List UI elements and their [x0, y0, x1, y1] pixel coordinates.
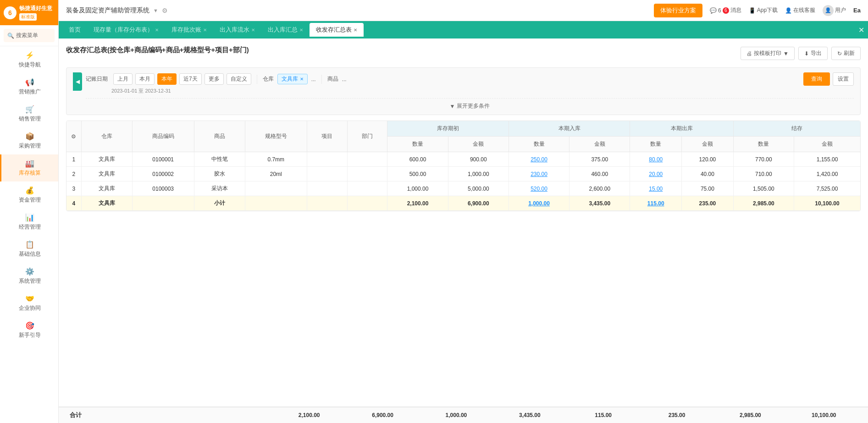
cell-in-qty[interactable]: 230.00 — [509, 167, 569, 181]
cell-spec: 20ml — [245, 167, 307, 181]
user-label-ea: Ea — [853, 7, 861, 14]
cell-project — [307, 196, 347, 211]
print-template-btn[interactable]: 🖨 按模板打印 ▼ — [741, 47, 795, 60]
enterprise-icon: 🤝 — [25, 294, 34, 303]
app-download-area[interactable]: 📱 App下载 — [749, 6, 778, 14]
date-btn-more[interactable]: 更多 — [205, 73, 224, 85]
app-logo: 6 畅捷通好生意 标准版 — [0, 0, 58, 25]
tab-batch-ledger[interactable]: 库存批次账 ✕ — [165, 23, 213, 37]
app-download-label: App下载 — [757, 6, 778, 14]
sidebar-item-inventory[interactable]: 🏭 库存核算 — [0, 154, 58, 181]
notifications-area[interactable]: 💬 6 6 消息 — [710, 6, 741, 14]
tab-inout-flow[interactable]: 出入库流水 ✕ — [213, 23, 261, 37]
user-area[interactable]: 👤 用户 — [823, 5, 846, 16]
marketing-icon: 📢 — [25, 78, 34, 87]
cell-out-qty[interactable]: 20.00 — [630, 167, 682, 181]
footer-out-amt: 235.00 — [640, 412, 713, 418]
finance-icon: 💰 — [25, 186, 34, 195]
experience-btn[interactable]: 体验行业方案 — [654, 4, 702, 17]
cell-out-qty[interactable]: 80.00 — [630, 152, 682, 167]
date-btn-this-year[interactable]: 本年 — [157, 73, 177, 85]
tab-home[interactable]: 首页 — [62, 23, 87, 37]
sidebar-item-operations[interactable]: 📊 经营管理 — [0, 209, 58, 236]
cell-spec — [245, 196, 307, 211]
th-dept: 部门 — [347, 121, 387, 152]
search-menu-button[interactable]: 🔍 搜索菜单 — [4, 29, 55, 42]
filter-divider-2 — [321, 75, 322, 84]
sidebar-item-enterprise[interactable]: 🤝 企业协同 — [0, 290, 58, 317]
sidebar-item-label: 销售管理 — [19, 115, 41, 123]
online-service-area[interactable]: 👤 在线客服 — [785, 6, 815, 14]
tab-stock-dist-label: 现存量（库存分布表） — [94, 26, 153, 34]
tab-stock-dist-close[interactable]: ✕ — [155, 27, 159, 33]
cell-in-qty[interactable]: 1,000.00 — [509, 196, 569, 211]
query-btn[interactable]: 查询 — [803, 72, 830, 86]
warehouse-label: 仓库 — [263, 75, 274, 83]
filter-settings-btn[interactable]: 设置 — [833, 72, 854, 86]
filter-collapse-btn[interactable]: ◀ — [73, 72, 82, 91]
system-title-area: 装备及固定资产辅助管理系统 ▼ ⚙ — [66, 6, 647, 15]
th-spec: 规格型号 — [245, 121, 307, 152]
inventory-icon: 🏭 — [25, 159, 34, 168]
sidebar-item-base-info[interactable]: 📋 基础信息 — [0, 236, 58, 263]
sidebar-item-quick-nav[interactable]: ⚡ 快捷导航 — [0, 46, 58, 73]
notifications-badge: 6 — [723, 7, 729, 14]
cell-in-qty[interactable]: 250.00 — [509, 152, 569, 167]
tabs-close-all[interactable]: ✕ — [858, 26, 864, 34]
sidebar-item-sales[interactable]: 🛒 销售管理 — [0, 100, 58, 127]
sidebar-item-finance[interactable]: 💰 资金管理 — [0, 181, 58, 209]
warehouse-tag-close-icon[interactable]: ✕ — [300, 77, 304, 82]
cell-out-qty[interactable]: 15.00 — [630, 181, 682, 196]
cell-balance-amt: 1,420.00 — [794, 167, 861, 181]
cell-code: 0100003 — [132, 181, 194, 196]
tab-batch-ledger-close[interactable]: ✕ — [203, 27, 207, 33]
warehouse-tag[interactable]: 文具库 ✕ — [277, 74, 308, 84]
sidebar-item-label: 企业协同 — [19, 304, 41, 312]
refresh-btn[interactable]: ↻ 刷新 — [831, 47, 861, 60]
table-settings-icon[interactable]: ⚙ — [71, 133, 76, 140]
th-settings[interactable]: ⚙ — [66, 121, 81, 152]
expand-more-btn[interactable]: ▼ 展开更多条件 — [86, 98, 854, 110]
date-btn-custom[interactable]: 自定义 — [227, 73, 251, 85]
th-balance-amt: 金额 — [794, 137, 861, 152]
sidebar-item-purchase[interactable]: 📦 采购管理 — [0, 127, 58, 154]
cell-balance-amt: 7,525.00 — [794, 181, 861, 196]
cell-balance-qty: 1,505.00 — [733, 181, 794, 196]
tab-stock-dist[interactable]: 现存量（库存分布表） ✕ — [87, 23, 165, 37]
th-in-amt: 金额 — [569, 137, 630, 152]
expand-chevron-icon: ▼ — [450, 103, 455, 110]
cell-in-amt: 2,600.00 — [569, 181, 630, 196]
date-label: 记账日期 — [86, 75, 108, 83]
footer-total-label: 合计 — [70, 411, 82, 419]
sidebar-item-guide[interactable]: 🎯 新手引导 — [0, 317, 58, 344]
th-code: 商品编码 — [132, 121, 194, 152]
export-label: 导出 — [811, 49, 822, 57]
tab-inout-flow-close[interactable]: ✕ — [251, 27, 255, 33]
search-icon: 🔍 — [7, 33, 14, 39]
date-btn-this-month[interactable]: 本月 — [135, 73, 155, 85]
export-btn[interactable]: ⬇ 导出 — [798, 47, 828, 60]
tab-inout-summary[interactable]: 出入库汇总 ✕ — [261, 23, 310, 37]
tab-recv-send-close[interactable]: ✕ — [354, 27, 357, 33]
cell-in-qty[interactable]: 520.00 — [509, 181, 569, 196]
cell-spec — [245, 181, 307, 196]
goods-more[interactable]: ... — [342, 76, 347, 82]
sidebar-item-label: 经营管理 — [19, 223, 41, 231]
page-content: 收发存汇总表(按仓库+商品编码+商品+规格型号+项目+部门) 🖨 按模板打印 ▼… — [59, 38, 868, 407]
sidebar-item-system[interactable]: ⚙️ 系统管理 — [0, 263, 58, 290]
cell-out-amt: 40.00 — [682, 167, 734, 181]
footer-label-area: 合计 — [66, 411, 272, 419]
tab-inout-summary-close[interactable]: ✕ — [299, 27, 303, 33]
print-icon: 🖨 — [746, 50, 752, 57]
cell-out-qty[interactable]: 115.00 — [630, 196, 682, 211]
date-btn-last-month[interactable]: 上月 — [113, 73, 133, 85]
settings-gear-icon[interactable]: ⚙ — [162, 7, 168, 14]
tab-recv-send[interactable]: 收发存汇总表 ✕ — [310, 23, 364, 37]
sidebar-item-label: 营销推广 — [19, 88, 41, 96]
date-btn-7days[interactable]: 近7天 — [179, 73, 202, 85]
warehouse-more[interactable]: ... — [311, 76, 316, 82]
quick-nav-icon: ⚡ — [25, 51, 34, 60]
sidebar-item-marketing[interactable]: 📢 营销推广 — [0, 73, 58, 100]
refresh-label: 刷新 — [844, 49, 855, 57]
cell-name: 中性笔 — [194, 152, 245, 167]
